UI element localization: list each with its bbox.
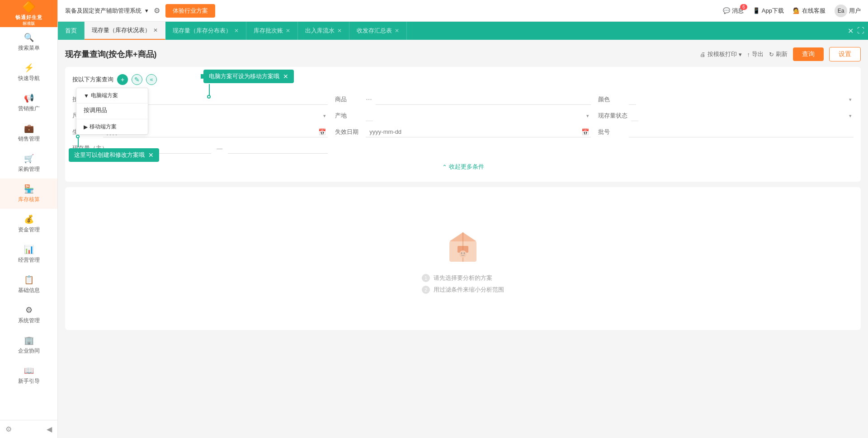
sidebar-menu: 🔍 搜索菜单 ⚡ 快速导航 📢 营销推广 💼 销售管理 🛒 采购管理 🏪 库存核… xyxy=(0,27,57,420)
sidebar-item-finance[interactable]: 💰 资金管理 xyxy=(0,209,57,239)
svg-point-4 xyxy=(459,250,467,258)
sidebar-item-purchase[interactable]: 🛒 采购管理 xyxy=(0,148,57,179)
system-icon: ⚙ xyxy=(25,305,33,315)
sidebar-item-inventory[interactable]: 🏪 库存核算 xyxy=(0,179,57,209)
bell-icon: 💬 xyxy=(723,7,730,14)
marketing-icon: 📢 xyxy=(24,93,34,103)
tab-inventory-dist[interactable]: 现存量（库存分布表） ✕ xyxy=(165,22,246,40)
expand-icon[interactable]: ⛶ xyxy=(857,27,864,35)
tab-close-icon[interactable]: ✕ xyxy=(286,28,290,34)
plan-item-default[interactable]: 按调用品 xyxy=(76,104,148,117)
filter-row-4: 现存量（主） — xyxy=(72,143,854,154)
settings-button[interactable]: 设置 xyxy=(829,47,861,61)
tip-number-1: 1 xyxy=(422,274,430,282)
arrow-right-icon: ▶ xyxy=(84,124,88,130)
back-plan-button[interactable]: « xyxy=(146,74,157,85)
sidebar: 🔶 畅通好生意 标准版 🔍 搜索菜单 ⚡ 快速导航 📢 营销推广 💼 销售管理 … xyxy=(0,0,58,438)
sidebar-item-label: 快速导航 xyxy=(18,75,40,82)
tooltip-1-close[interactable]: ✕ xyxy=(283,73,288,80)
tab-inventory-dist-label: 现存量（库存分布表） xyxy=(173,27,231,35)
online-service-link[interactable]: 💁 在线客服 xyxy=(793,7,826,15)
system-name: 装备及固定资产辅助管理系统 xyxy=(65,7,142,15)
basic-icon: 📋 xyxy=(24,275,34,285)
add-plan-button[interactable]: + xyxy=(117,74,128,85)
sidebar-item-marketing[interactable]: 📢 营销推广 xyxy=(0,88,57,118)
service-icon: 💁 xyxy=(793,7,800,14)
tab-close-icon[interactable]: ✕ xyxy=(234,28,239,34)
plan-dropdown: ▼ 电脑端方案 按调用品 ▶ 移动端方案 xyxy=(76,88,148,135)
empty-illustration xyxy=(440,223,486,268)
sidebar-item-quick[interactable]: ⚡ 快速导航 xyxy=(0,57,57,88)
quick-icon: ⚡ xyxy=(24,63,34,73)
app-logo: 🔶 畅通好生意 标准版 xyxy=(0,0,57,27)
sidebar-item-system[interactable]: ⚙ 系统管理 xyxy=(0,300,57,330)
filter-row-1: 按调用 ··· 商品 ··· 颜色 xyxy=(72,94,854,105)
user-menu[interactable]: Ea 用户 xyxy=(835,5,861,17)
collapse-bar[interactable]: ⌃ 收起更多条件 xyxy=(72,159,854,174)
produce-date-calendar-icon[interactable]: 📅 xyxy=(318,128,326,136)
tooltip-2-close[interactable]: ✕ xyxy=(148,151,154,159)
system-selector[interactable]: 装备及固定资产辅助管理系统 ▾ xyxy=(65,7,148,15)
svg-point-6 xyxy=(464,253,465,254)
sidebar-item-label: 新手引导 xyxy=(18,377,40,385)
app-download-link[interactable]: 📱 App下载 xyxy=(753,7,784,15)
main-content: 现存量查询(按仓库+商品) 🖨 按模板打印 ▾ ↑ 导出 ↻ 刷新 查询 设置 … xyxy=(58,40,868,438)
tab-inventory-status[interactable]: 现存量（库存状况表） ✕ xyxy=(85,22,165,40)
notification-bell[interactable]: 💬 消息 6 xyxy=(723,7,744,15)
page-title-bar: 现存量查询(按仓库+商品) 🖨 按模板打印 ▾ ↑ 导出 ↻ 刷新 查询 设置 xyxy=(65,47,861,61)
sidebar-item-search[interactable]: 🔍 搜索菜单 xyxy=(0,27,57,57)
header-gear-icon[interactable]: ⚙ xyxy=(154,6,160,15)
tab-home[interactable]: 首页 xyxy=(58,22,85,40)
batch-label: 批号 xyxy=(598,128,625,136)
stock-status-select[interactable] xyxy=(631,110,638,121)
batch-field: 批号 xyxy=(598,127,854,137)
tab-inout-flow[interactable]: 出入库流水 ✕ xyxy=(298,22,349,40)
system-dropdown-icon: ▾ xyxy=(145,7,148,14)
empty-tips: 1 请先选择要分析的方案 2 用过滤条件来缩小分析范围 xyxy=(422,274,504,294)
sidebar-item-operations[interactable]: 📊 经营管理 xyxy=(0,239,57,269)
sidebar-item-label: 销售管理 xyxy=(18,135,40,143)
tab-close-icon[interactable]: ✕ xyxy=(395,28,399,34)
filter-area: 按以下方案查询 + ✎ « 电脑方案可设为移动方案哦 ✕ xyxy=(65,67,861,182)
product-dots[interactable]: ··· xyxy=(366,95,372,104)
sidebar-item-enterprise[interactable]: 🏢 企业协同 xyxy=(0,330,57,360)
tab-home-label: 首页 xyxy=(65,27,77,35)
sidebar-item-sales[interactable]: 💼 销售管理 xyxy=(0,118,57,148)
stock-qty-to-input[interactable] xyxy=(228,143,328,154)
edit-plan-button[interactable]: ✎ xyxy=(132,74,142,85)
query-button[interactable]: 查询 xyxy=(793,47,824,61)
footer-settings-icon[interactable]: ⚙ xyxy=(5,425,12,433)
phone-icon: 📱 xyxy=(753,7,760,14)
expire-date-input[interactable] xyxy=(366,127,590,137)
export-button[interactable]: ↑ 导出 xyxy=(747,50,764,58)
tabs-right-actions: ✕ ⛶ xyxy=(848,22,868,40)
color-select[interactable] xyxy=(629,94,636,105)
header: 装备及固定资产辅助管理系统 ▾ ⚙ 体验行业方案 💬 消息 6 📱 App下载 … xyxy=(58,0,868,22)
close-all-icon[interactable]: ✕ xyxy=(848,27,854,35)
product-input[interactable] xyxy=(376,94,591,105)
stock-status-field: 现存量状态 xyxy=(598,110,854,121)
tab-close-icon[interactable]: ✕ xyxy=(153,27,158,33)
batch-input[interactable] xyxy=(629,127,854,137)
sidebar-item-basic[interactable]: 📋 基础信息 xyxy=(0,269,57,300)
sidebar-item-label: 基础信息 xyxy=(18,287,40,294)
sidebar-collapse-icon[interactable]: ◀ xyxy=(47,425,52,433)
logo-name: 畅通好生意 xyxy=(15,14,42,21)
expire-date-calendar-icon[interactable]: 📅 xyxy=(581,128,589,136)
origin-select[interactable] xyxy=(366,110,373,121)
print-button[interactable]: 🖨 按模板打印 ▾ xyxy=(700,50,742,58)
chevron-up-icon: ⌃ xyxy=(442,164,447,170)
origin-label: 产地 xyxy=(335,112,362,120)
trial-button[interactable]: 体验行业方案 xyxy=(165,4,215,18)
refresh-button[interactable]: ↻ 刷新 xyxy=(769,50,788,58)
tab-batch-ledger[interactable]: 库存批次账 ✕ xyxy=(246,22,298,40)
svg-point-5 xyxy=(461,253,462,254)
filter-rows-container: 按调用 ··· 商品 ··· 颜色 xyxy=(72,94,854,154)
tab-close-icon[interactable]: ✕ xyxy=(337,28,342,34)
color-label: 颜色 xyxy=(598,95,625,104)
product-label: 商品 xyxy=(335,95,362,104)
tooltip-1-text: 电脑方案可设为移动方案哦 xyxy=(209,72,279,80)
sidebar-item-guide[interactable]: 📖 新手引导 xyxy=(0,360,57,391)
user-initial: Ea xyxy=(838,8,844,14)
tab-recv-summary[interactable]: 收发存汇总表 ✕ xyxy=(349,22,407,40)
